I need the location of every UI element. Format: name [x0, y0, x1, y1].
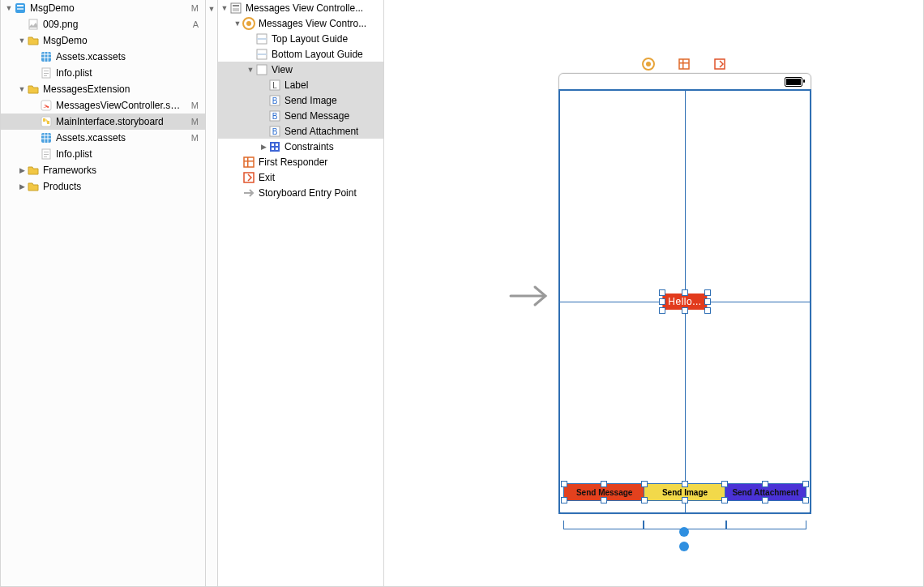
disclosure-icon[interactable]: ▼: [246, 66, 255, 74]
outline-row-label: Top Layout Guide: [272, 33, 348, 45]
nav-row[interactable]: ▼MsgDemo: [1, 32, 205, 49]
nav-row[interactable]: MainInterface.storyboardM: [1, 114, 205, 130]
disclosure-icon[interactable]: ▼: [4, 4, 14, 12]
ib-canvas[interactable]: Hello... Send Message Send Image Send At…: [384, 0, 923, 586]
svg-rect-49: [682, 59, 684, 69]
project-navigator[interactable]: ▼MsgDemoM009.pngA▼MsgDemoAssets.xcassets…: [1, 0, 206, 586]
nav-row-label: MainInterface.storyboard: [56, 116, 184, 127]
nav-row-label: 009.png: [43, 19, 184, 30]
svg-rect-27: [257, 65, 267, 75]
disclosure-icon[interactable]: ▶: [17, 182, 27, 191]
outline-row-label: Send Image: [284, 95, 337, 106]
root-view[interactable]: Hello... Send Message Send Image Send At…: [559, 90, 811, 513]
outline-row[interactable]: BSend Image: [218, 92, 383, 108]
exit-icon[interactable]: [713, 58, 726, 71]
outline-row[interactable]: Bottom Layout Guide: [218, 46, 383, 62]
nav-row[interactable]: Info.plist: [1, 65, 205, 81]
document-outline[interactable]: ▼Messages View Controlle...▼Messages Vie…: [218, 0, 384, 586]
outline-row-label: Exit: [259, 172, 275, 183]
nav-row[interactable]: ▼MsgDemoM: [1, 0, 205, 16]
nav-row-label: MsgDemo: [30, 2, 184, 14]
disclosure-icon[interactable]: ▼: [233, 19, 242, 28]
responder-icon: [242, 156, 255, 169]
outline-row[interactable]: ▼View: [218, 62, 383, 77]
constraint-indicators[interactable]: [563, 521, 805, 532]
button-icon: B: [268, 109, 281, 122]
svg-rect-39: [272, 148, 274, 150]
outline-row[interactable]: ▶Constraints: [218, 139, 383, 154]
outline-row-label: First Responder: [259, 156, 327, 168]
outline-row[interactable]: LLabel: [218, 77, 383, 92]
svg-rect-2: [17, 8, 24, 10]
selection-handles[interactable]: [662, 293, 708, 311]
entry-icon: [242, 186, 255, 199]
vc-icon[interactable]: [642, 58, 655, 71]
nav-row-label: Assets.xcassets: [56, 132, 184, 144]
nav-row-label: Info.plist: [56, 67, 184, 79]
nav-row[interactable]: ▶Frameworks: [1, 162, 205, 178]
storyboard-scene[interactable]: Hello... Send Message Send Image Send At…: [558, 55, 810, 514]
entry-point-arrow-icon[interactable]: [509, 284, 548, 308]
nav-row-label: Products: [43, 181, 184, 192]
svg-rect-13: [41, 133, 51, 143]
nav-row[interactable]: 009.pngA: [1, 16, 205, 32]
svg-rect-17: [44, 156, 47, 157]
svg-text:B: B: [272, 112, 278, 121]
svg-rect-48: [679, 62, 689, 64]
outline-row[interactable]: Top Layout Guide: [218, 31, 383, 46]
project-icon: [14, 2, 27, 15]
disclosure-icon[interactable]: ▼: [17, 85, 27, 93]
swift-icon: [40, 99, 53, 112]
disclosure-icon[interactable]: ▼: [220, 4, 229, 12]
nav-row[interactable]: ▶Products: [1, 178, 205, 195]
scene-icon: [229, 2, 242, 15]
nav-row[interactable]: ▼MessagesExtension: [1, 81, 205, 97]
guide-icon: [255, 48, 268, 61]
nav-row[interactable]: Info.plist: [1, 146, 205, 162]
disclosure-icon[interactable]: ▶: [17, 166, 27, 174]
png-icon: [27, 18, 40, 31]
svg-rect-15: [44, 152, 49, 152]
storyboard-icon: [40, 115, 53, 128]
outline-row[interactable]: BSend Message: [218, 108, 383, 123]
nav-row[interactable]: Assets.xcassets: [1, 49, 205, 65]
disclosure-icon[interactable]: ▼: [17, 36, 27, 45]
svg-rect-24: [257, 38, 267, 40]
scm-status: M: [184, 133, 199, 143]
vc-icon: [242, 17, 255, 30]
device-frame[interactable]: Hello... Send Message Send Image Send At…: [558, 73, 811, 514]
svg-point-46: [646, 62, 651, 66]
plist-icon: [40, 148, 53, 161]
disclosure-icon[interactable]: ▶: [259, 143, 268, 151]
outline-row-label: Label: [284, 79, 308, 91]
nav-row-label: Frameworks: [43, 165, 184, 176]
assets-icon: [40, 50, 53, 63]
svg-rect-36: [270, 142, 280, 152]
outline-row-label: Messages View Contro...: [259, 18, 366, 29]
outline-row[interactable]: ▼Messages View Contro...: [218, 15, 383, 31]
first-responder-icon[interactable]: [678, 58, 691, 71]
folder-icon: [27, 83, 40, 96]
svg-rect-37: [272, 144, 274, 146]
svg-rect-26: [257, 54, 267, 55]
svg-rect-20: [233, 8, 239, 11]
outline-row[interactable]: BSend Attachment: [218, 123, 383, 139]
outline-gutter: ▼: [206, 0, 218, 586]
constraint-indicators-outer[interactable]: [563, 535, 805, 546]
disclosure-open-icon[interactable]: ▼: [208, 5, 216, 586]
folder-icon: [27, 164, 40, 177]
outline-row-label: Storyboard Entry Point: [259, 187, 357, 199]
nav-row[interactable]: Assets.xcassetsM: [1, 130, 205, 146]
svg-rect-11: [43, 118, 45, 122]
svg-rect-40: [276, 148, 278, 150]
constraint-dot-icon[interactable]: [679, 542, 689, 551]
outline-row[interactable]: Exit: [218, 169, 383, 185]
outline-row[interactable]: First Responder: [218, 154, 383, 169]
view-icon: [255, 63, 268, 76]
scm-status: M: [184, 3, 199, 13]
scene-title-bar[interactable]: [558, 55, 810, 73]
outline-row[interactable]: Storyboard Entry Point: [218, 185, 383, 200]
nav-row[interactable]: MessagesViewController.swiftM: [1, 97, 205, 114]
guide-icon: [255, 32, 268, 45]
outline-row[interactable]: ▼Messages View Controlle...: [218, 0, 383, 15]
